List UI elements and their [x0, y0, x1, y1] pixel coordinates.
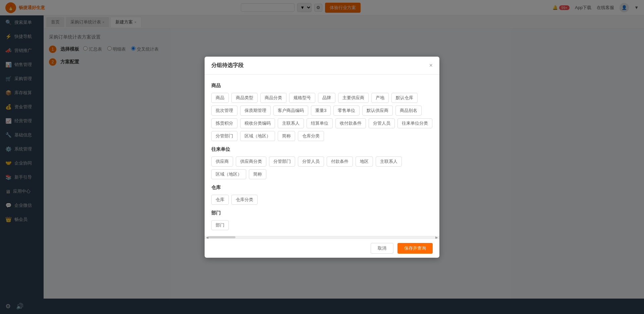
field-chip[interactable]: 品牌	[318, 93, 335, 103]
warehouse-fields: 仓库 仓库分类	[211, 195, 433, 205]
modal-overlay: 分组待选字段 × 商品 商品 商品类型 商品分类 规格型号 品牌 主要供应商 产…	[0, 0, 644, 314]
field-chip[interactable]: 默认供应商	[362, 106, 393, 116]
field-chip[interactable]: 主联系人	[376, 156, 402, 167]
field-chip[interactable]: 分管人员	[298, 156, 324, 167]
field-chip[interactable]: 往来单位分类	[397, 118, 432, 128]
field-chip[interactable]: 商品别名	[395, 106, 422, 116]
scroll-thumb[interactable]	[209, 236, 235, 238]
field-chip[interactable]: 产地	[371, 93, 389, 103]
field-chip[interactable]: 分管部门	[211, 131, 237, 141]
field-chip[interactable]: 批次管理	[211, 106, 237, 116]
field-chip[interactable]: 地区	[356, 156, 373, 167]
field-chip[interactable]: 区域（地区）	[211, 169, 246, 179]
field-chip[interactable]: 部门	[211, 220, 229, 230]
partner-fields: 供应商 供应商分类 分管部门 分管人员 付款条件 地区 主联系人 区域（地区） …	[211, 156, 433, 179]
field-chip[interactable]: 收付款条件	[335, 118, 366, 128]
field-chip[interactable]: 付款条件	[327, 156, 353, 167]
section-title-warehouse: 仓库	[211, 185, 433, 191]
field-chip[interactable]: 仓库分类	[298, 131, 324, 141]
field-chip[interactable]: 仓库	[211, 195, 229, 205]
modal-title: 分组待选字段	[211, 62, 244, 69]
field-chip[interactable]: 商品	[211, 93, 229, 103]
modal-footer: 取消 保存并查询	[205, 239, 439, 258]
modal: 分组待选字段 × 商品 商品 商品类型 商品分类 规格型号 品牌 主要供应商 产…	[205, 57, 439, 258]
cancel-button[interactable]: 取消	[371, 243, 393, 254]
section-title-product: 商品	[211, 83, 433, 89]
modal-close-btn[interactable]: ×	[429, 62, 433, 69]
field-chip[interactable]: 客户商品编码	[273, 106, 308, 116]
scroll-track	[209, 236, 435, 238]
section-title-partner: 往来单位	[211, 146, 433, 152]
field-chip[interactable]: 默认仓库	[391, 93, 418, 103]
field-chip[interactable]: 分管部门	[269, 156, 295, 167]
field-chip[interactable]: 商品类型	[231, 93, 258, 103]
field-chip[interactable]: 商品分类	[260, 93, 286, 103]
field-chip[interactable]: 供应商分类	[236, 156, 266, 167]
section-title-department: 部门	[211, 210, 433, 216]
field-chip[interactable]: 供应商	[211, 156, 233, 167]
field-chip[interactable]: 仓库分类	[231, 195, 258, 205]
field-chip[interactable]: 简称	[249, 169, 266, 179]
modal-body: 商品 商品 商品类型 商品分类 规格型号 品牌 主要供应商 产地 默认仓库 批次…	[205, 75, 439, 236]
field-chip[interactable]: 重量3	[311, 106, 331, 116]
product-fields: 商品 商品类型 商品分类 规格型号 品牌 主要供应商 产地 默认仓库 批次管理 …	[211, 93, 433, 141]
field-chip[interactable]: 零售单位	[333, 106, 360, 116]
confirm-button[interactable]: 保存并查询	[397, 243, 433, 254]
field-chip[interactable]: 简称	[278, 131, 295, 141]
field-chip[interactable]: 结算单位	[307, 118, 333, 128]
field-chip[interactable]: 区域（地区）	[240, 131, 275, 141]
field-chip[interactable]: 保质期管理	[240, 106, 271, 116]
field-chip[interactable]: 分管人员	[369, 118, 395, 128]
field-chip[interactable]: 税收分类编码	[240, 118, 275, 128]
field-chip[interactable]: 规格型号	[289, 93, 315, 103]
modal-header: 分组待选字段 ×	[205, 57, 439, 75]
department-fields: 部门	[211, 220, 433, 230]
field-chip[interactable]: 主要供应商	[338, 93, 369, 103]
field-chip[interactable]: 主联系人	[278, 118, 304, 128]
field-chip[interactable]: 拣货积分	[211, 118, 237, 128]
modal-horizontal-scrollbar[interactable]: ◀ ▶	[205, 236, 439, 239]
